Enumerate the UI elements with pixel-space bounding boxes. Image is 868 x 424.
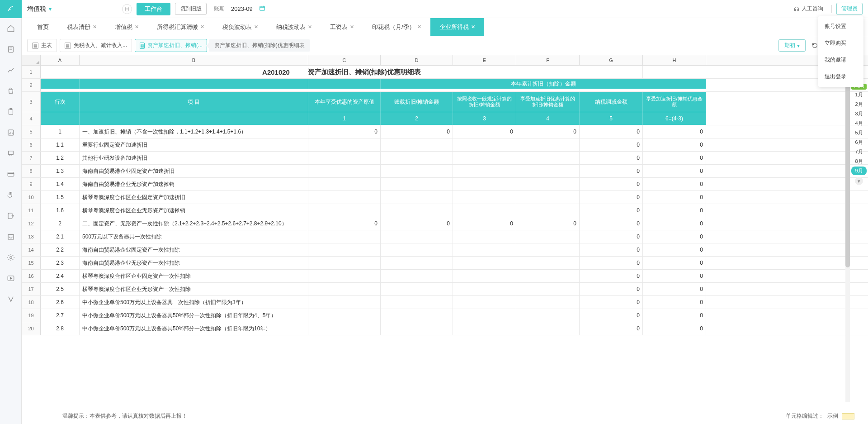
cell[interactable]: 0 [643,165,706,177]
cell[interactable]: 其他行业研发设备加速折旧 [80,152,308,164]
period-initial-dropdown[interactable]: 期初 ▾ [778,39,806,52]
nav-doc-icon[interactable] [0,39,22,60]
cell[interactable]: 项 目 [80,92,308,112]
month-item[interactable]: 1月 [853,91,864,99]
row-header[interactable]: 5 [22,125,41,138]
cell[interactable]: 3 [453,112,516,125]
close-icon[interactable]: ✕ [254,24,258,30]
cell[interactable]: 0 [453,125,516,138]
cell[interactable]: 账载折旧/摊销金额 [381,92,453,112]
row-header[interactable]: 7 [22,152,41,164]
cell[interactable] [381,204,453,217]
cell[interactable] [381,191,453,204]
cell[interactable]: 海南自由贸易港企业固定资产加速折旧 [80,165,308,177]
cell[interactable] [516,230,580,243]
cell[interactable]: 横琴粤澳深度合作区企业无形资产加速摊销 [80,204,308,217]
cell[interactable] [516,165,580,177]
cell[interactable]: 0 [643,243,706,256]
cell[interactable] [308,230,381,243]
dropdown-buy-now[interactable]: 立即购买 [818,35,863,52]
nav-card-icon[interactable] [0,164,22,185]
cell[interactable]: 0 [643,125,706,138]
dropdown-logout[interactable]: 退出登录 [818,68,863,85]
cell[interactable]: 0 [516,125,580,138]
close-icon[interactable]: ✕ [350,24,354,30]
cell[interactable]: 0 [453,217,516,230]
col-header-d[interactable]: D [381,55,453,65]
select-all-corner[interactable] [22,55,41,65]
month-item[interactable]: 4月 [853,119,864,128]
cell[interactable] [453,152,516,164]
nav-pin-icon[interactable] [0,143,22,164]
expand-icon[interactable]: ▾ [855,177,863,185]
cell[interactable]: 0 [580,322,643,335]
nav-inbox-icon[interactable] [0,226,22,247]
cell[interactable]: 2.1 [41,230,80,243]
cell[interactable]: 1.5 [41,191,80,204]
tab-5[interactable]: 纳税波动表✕ [267,18,321,36]
cell[interactable]: 0 [580,138,643,151]
cell[interactable] [453,283,516,295]
cell[interactable]: 0 [643,257,706,269]
cell[interactable] [453,309,516,322]
cell[interactable]: 2.4 [41,270,80,282]
nav-video-icon[interactable] [0,268,22,289]
cell[interactable] [453,204,516,217]
cell[interactable]: 0 [643,270,706,282]
nav-settings-icon[interactable] [0,247,22,268]
cell[interactable] [453,322,516,335]
cell[interactable] [381,257,453,269]
cell[interactable]: 5 [580,112,643,125]
nav-report-icon[interactable] [0,122,22,143]
sheet-tab-main[interactable]: ▦ 主表 [27,39,57,52]
cell[interactable] [80,112,308,125]
cell[interactable] [516,257,580,269]
cell[interactable]: 0 [381,125,453,138]
row-header[interactable]: 14 [22,243,41,256]
cell[interactable]: 0 [580,165,643,177]
row-header[interactable]: 20 [22,322,41,335]
row-header[interactable]: 15 [22,257,41,269]
cell[interactable]: 本年累计折旧（扣除）金额 [381,79,706,89]
cell[interactable] [381,322,453,335]
cell[interactable] [516,152,580,164]
cell[interactable] [308,178,381,191]
cell[interactable] [308,138,381,151]
cell[interactable]: 本年享受优惠的资产原值 [308,92,381,112]
cell[interactable] [381,270,453,282]
cell[interactable] [308,191,381,204]
cell[interactable]: 海南自由贸易港企业无形资产一次性扣除 [80,257,308,269]
dropdown-my-invites[interactable]: 我的邀请 [818,52,863,68]
cell[interactable] [381,283,453,295]
nav-v-icon[interactable] [0,289,22,310]
cell[interactable]: 0 [643,217,706,230]
cell[interactable]: 2.8 [41,322,80,335]
cell[interactable] [516,309,580,322]
col-header-f[interactable]: F [516,55,580,65]
sheet-tab-depreciation[interactable]: ▦ 资产加速折旧、摊销(... [135,39,207,52]
cell[interactable]: A201020资产加速折旧、摊销(扣除)优惠明细表 [41,66,643,78]
cell[interactable] [308,243,381,256]
cell[interactable]: 0 [643,191,706,204]
cell[interactable]: 500万元以下设备器具一次性扣除 [80,230,308,243]
tax-type-selector[interactable]: 增值税 ▾ [27,5,118,13]
month-item[interactable]: 3月 [853,110,864,118]
cell[interactable] [308,296,381,309]
row-header[interactable]: 6 [22,138,41,151]
cell[interactable]: 4 [516,112,580,125]
cell[interactable]: 0 [580,178,643,191]
cell[interactable] [381,296,453,309]
cell[interactable]: 1.6 [41,204,80,217]
sheet-tab-exempt[interactable]: ▦ 免税收入、减计收入... [60,39,132,52]
cell[interactable] [516,322,580,335]
cell[interactable]: 0 [516,217,580,230]
cell[interactable]: 横琴粤澳深度合作区企业固定资产一次性扣除 [80,270,308,282]
close-icon[interactable]: ✕ [93,24,97,30]
month-item[interactable]: 7月 [853,148,864,156]
cell[interactable]: 0 [643,138,706,151]
cell[interactable]: 2.2 [41,243,80,256]
nav-bag-icon[interactable] [0,81,22,101]
cell[interactable]: 1.2 [41,152,80,164]
tab-3[interactable]: 所得税汇算清缴✕ [148,18,213,36]
row-header[interactable]: 13 [22,230,41,243]
